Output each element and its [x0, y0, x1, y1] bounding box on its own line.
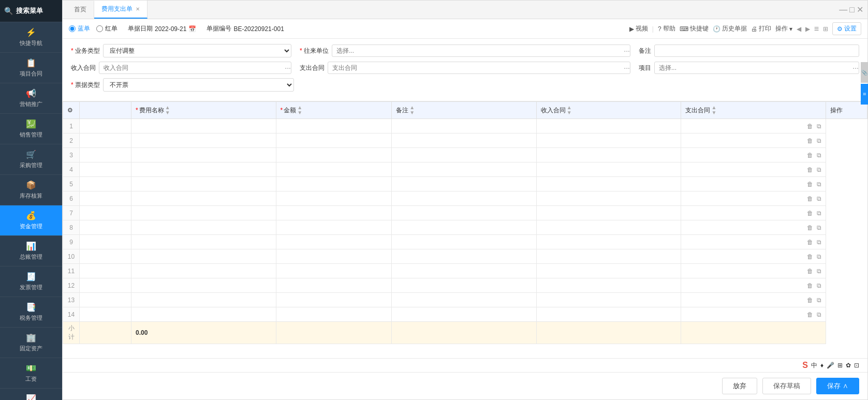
cell-name-14[interactable] [80, 307, 131, 322]
sidebar-item-purchase[interactable]: 🛒采购管理 [0, 144, 62, 175]
sort-icon-amount[interactable]: ▲▼ [297, 105, 302, 115]
cell-income-12[interactable] [392, 278, 537, 293]
cell-remark-14[interactable] [276, 307, 392, 322]
delete-icon-5[interactable]: 🗑 [807, 181, 813, 188]
sidebar-item-quick-nav[interactable]: ⚡快捷导航 [0, 22, 62, 53]
nav-next-btn[interactable]: ▶ [805, 25, 810, 33]
delete-icon-6[interactable]: 🗑 [807, 195, 813, 202]
income-contract-input[interactable] [99, 62, 283, 73]
cell-income-14[interactable] [392, 307, 537, 322]
cell-expense-14[interactable] [536, 307, 681, 322]
cell-name-5[interactable] [80, 177, 131, 191]
delete-icon-3[interactable]: 🗑 [807, 152, 813, 159]
cell-name-4[interactable] [80, 162, 131, 177]
cell-income-2[interactable] [392, 134, 537, 148]
sidebar-item-invoice[interactable]: 🧾发票管理 [0, 266, 62, 297]
cell-amount-10[interactable] [131, 249, 276, 264]
project-dots[interactable]: ··· [852, 64, 859, 72]
tab-expense[interactable]: 费用支出单 ✕ [94, 1, 148, 19]
cell-expense-4[interactable] [536, 162, 681, 177]
cell-amount-14[interactable] [131, 307, 276, 322]
th-income[interactable]: 收入合同 ▲▼ [536, 102, 681, 119]
window-minimize-btn[interactable]: — [839, 5, 847, 14]
cell-amount-8[interactable] [131, 220, 276, 235]
cell-amount-12[interactable] [131, 278, 276, 293]
cell-amount-5[interactable] [131, 177, 276, 191]
cell-income-4[interactable] [392, 162, 537, 177]
print-btn[interactable]: 🖨 打印 [751, 24, 771, 33]
delete-icon-4[interactable]: 🗑 [807, 166, 813, 173]
expense-contract-dots[interactable]: ··· [624, 64, 630, 72]
sidebar-item-accounting[interactable]: 📊总账管理 [0, 236, 62, 266]
copy-icon-7[interactable]: ⧉ [817, 210, 821, 217]
date-value[interactable]: 2022-09-21 [155, 25, 186, 33]
cell-amount-1[interactable] [131, 119, 276, 134]
delete-icon-1[interactable]: 🗑 [807, 123, 813, 130]
th-expense[interactable]: 支出合同 ▲▼ [681, 102, 826, 119]
right-panel-btn-2[interactable]: ≡ [861, 84, 868, 105]
cell-amount-4[interactable] [131, 162, 276, 177]
expense-contract-input[interactable] [328, 62, 622, 73]
cell-name-10[interactable] [80, 249, 131, 264]
cell-expense-6[interactable] [536, 191, 681, 206]
cell-remark-8[interactable] [276, 220, 392, 235]
cell-amount-13[interactable] [131, 293, 276, 307]
copy-icon-8[interactable]: ⧉ [817, 224, 821, 231]
sidebar-item-marketing[interactable]: 📢营销推广 [0, 83, 62, 114]
window-maximize-btn[interactable]: □ [849, 5, 855, 14]
sort-icon-income[interactable]: ▲▼ [567, 105, 572, 115]
cell-remark-1[interactable] [276, 119, 392, 134]
th-amount[interactable]: * 金额 ▲▼ [276, 102, 392, 119]
cell-remark-13[interactable] [276, 293, 392, 307]
delete-icon-10[interactable]: 🗑 [807, 253, 813, 260]
radio-red[interactable]: 红单 [96, 24, 117, 33]
sidebar-item-sales[interactable]: 💹销售管理 [0, 114, 62, 144]
cell-remark-12[interactable] [276, 278, 392, 293]
project-input[interactable] [655, 62, 850, 73]
cell-remark-6[interactable] [276, 191, 392, 206]
cell-amount-3[interactable] [131, 148, 276, 162]
cell-expense-1[interactable] [536, 119, 681, 134]
cell-expense-3[interactable] [536, 148, 681, 162]
cell-remark-4[interactable] [276, 162, 392, 177]
income-contract-dots[interactable]: ··· [285, 64, 291, 72]
copy-icon-6[interactable]: ⧉ [817, 195, 821, 202]
sidebar-item-project-contract[interactable]: 📋项目合同 [0, 53, 62, 83]
nav-prev-btn[interactable]: ◀ [797, 25, 801, 33]
tab-home[interactable]: 首页 [67, 1, 94, 18]
copy-icon-3[interactable]: ⧉ [817, 152, 821, 159]
sidebar-item-operations[interactable]: 📈经营管理 [0, 389, 62, 400]
copy-icon-4[interactable]: ⧉ [817, 166, 821, 173]
cell-income-5[interactable] [392, 177, 537, 191]
ops-btn[interactable]: 操作 ▾ [775, 24, 792, 33]
sidebar-header[interactable]: 🔍 搜索菜单 [0, 0, 62, 22]
biz-type-select[interactable]: 应付调整 [103, 44, 291, 57]
cell-name-7[interactable] [80, 206, 131, 220]
cell-remark-3[interactable] [276, 148, 392, 162]
cell-amount-11[interactable] [131, 264, 276, 278]
video-btn[interactable]: ▶ 视频 [629, 24, 648, 33]
sidebar-item-capital[interactable]: 💰资金管理 [0, 205, 62, 236]
cell-income-6[interactable] [392, 191, 537, 206]
list-view-btn[interactable]: ≡ [814, 24, 819, 34]
radio-blue[interactable]: 蓝单 [69, 24, 90, 33]
sidebar-item-tax[interactable]: 📑税务管理 [0, 297, 62, 328]
delete-icon-7[interactable]: 🗑 [807, 210, 813, 217]
delete-icon-2[interactable]: 🗑 [807, 137, 813, 144]
cell-name-11[interactable] [80, 264, 131, 278]
save-draft-button[interactable]: 保存草稿 [762, 378, 811, 394]
cell-amount-7[interactable] [131, 206, 276, 220]
save-button[interactable]: 保存 ∧ [816, 378, 859, 394]
delete-icon-8[interactable]: 🗑 [807, 224, 813, 231]
cell-expense-11[interactable] [536, 264, 681, 278]
delete-icon-14[interactable]: 🗑 [807, 311, 813, 318]
cell-expense-12[interactable] [536, 278, 681, 293]
cell-expense-9[interactable] [536, 235, 681, 249]
cell-income-1[interactable] [392, 119, 537, 134]
th-gear[interactable]: ⚙ [63, 102, 80, 119]
discard-button[interactable]: 放弃 [722, 378, 757, 394]
cell-name-13[interactable] [80, 293, 131, 307]
cell-expense-13[interactable] [536, 293, 681, 307]
right-panel-btn-1[interactable]: 📎 [861, 62, 868, 83]
settings-btn[interactable]: ⚙ 设置 [832, 22, 861, 35]
